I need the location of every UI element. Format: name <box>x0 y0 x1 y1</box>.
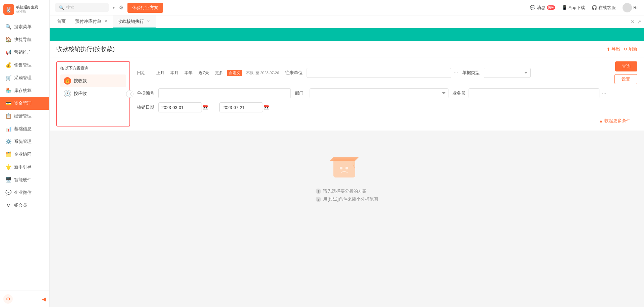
svg-point-4 <box>352 161 355 165</box>
search-icon: 🔍 <box>59 5 64 10</box>
doc-type-label: 单据类型 <box>462 70 481 76</box>
message-btn[interactable]: 💬 消息 99+ <box>530 5 555 11</box>
refresh-label: 刷新 <box>629 46 637 52</box>
export-label: 导出 <box>611 46 620 52</box>
filter-option-by-receipt[interactable]: 💰 按收款 <box>60 74 126 87</box>
filter-option-by-receivable[interactable]: 🕐 按应收 <box>60 87 126 100</box>
collapse-more-btn[interactable]: ▲ 收起更多条件 <box>137 116 637 126</box>
doc-number-group: 单据编号 <box>137 88 291 98</box>
quick-nav-icon: 🏠 <box>5 37 11 43</box>
marketing-icon: 📢 <box>5 49 11 55</box>
sidebar-item-member[interactable]: V 畅会员 <box>0 199 49 212</box>
sidebar-collapse-btn[interactable]: ◀ <box>42 296 46 302</box>
hint-1-num: 1 <box>316 189 321 194</box>
verify-date-start-calendar[interactable]: 📅 <box>203 105 208 110</box>
page-title: 收款核销执行(按收款) <box>56 45 115 57</box>
search-placeholder: 搜索 <box>66 5 74 10</box>
sidebar-settings-btn[interactable]: ⚙ <box>3 294 13 304</box>
svg-rect-0 <box>333 159 355 177</box>
salesperson-dotdot[interactable]: ··· <box>602 90 606 96</box>
verify-date-start[interactable] <box>158 102 202 112</box>
date-to: 至 2023-07-26 <box>256 70 279 75</box>
tab-home[interactable]: 首页 <box>52 15 70 28</box>
app-download-btn[interactable]: 📱 App下载 <box>562 5 585 11</box>
tab-prepay-close[interactable]: ✕ <box>103 19 108 24</box>
sidebar-item-inventory[interactable]: 🏪 库存核算 <box>0 84 49 97</box>
hint-1-text: 请先选择要分析的方案 <box>323 188 367 194</box>
sidebar-item-label: 搜索菜单 <box>14 24 32 30</box>
date-field-group: 日期 上月 本月 本年 近7天 更多 自定义 不限 至 2023-07-26 <box>137 69 281 76</box>
department-group: 部门 <box>295 88 449 98</box>
doc-type-select[interactable] <box>484 68 531 78</box>
date-options: 上月 本月 本年 近7天 更多 自定义 不限 至 2023-07-26 <box>154 69 279 76</box>
topbar-gear-icon[interactable]: ⚙ <box>119 4 123 11</box>
date-opt-more[interactable]: 更多 <box>213 69 225 76</box>
tab-close-all-btn[interactable]: ✕ <box>631 19 635 24</box>
sidebar-item-basic-info[interactable]: 📊 基础信息 <box>0 122 49 135</box>
online-service-btn[interactable]: 🎧 在线客服 <box>592 5 616 11</box>
sidebar-item-label: 经营管理 <box>14 113 32 119</box>
user-profile-btn[interactable]: Rit <box>623 3 639 12</box>
wechat-icon: 💬 <box>5 190 11 196</box>
sidebar-footer: ⚙ ◀ <box>0 291 49 307</box>
salesperson-group: 业务员 ··· <box>452 88 606 98</box>
sidebar-item-smart-hw[interactable]: 🖥️ 智能硬件 <box>0 173 49 186</box>
empty-hint-1: 1 请先选择要分析的方案 <box>316 188 367 194</box>
settings-btn[interactable]: 设置 <box>614 74 637 84</box>
sidebar-item-operations[interactable]: 📋 经营管理 <box>0 110 49 122</box>
filter-row-3: 核销日期 📅 — 📅 <box>137 102 637 112</box>
date-opt-this-month[interactable]: 本月 <box>168 69 180 76</box>
online-service-label: 在线客服 <box>598 5 616 11</box>
filter-fields: 日期 上月 本月 本年 近7天 更多 自定义 不限 至 2023-07-26 <box>137 61 637 126</box>
filter-actions: 查询 设置 <box>610 61 637 84</box>
date-opt-custom[interactable]: 自定义 <box>227 70 242 76</box>
app-download-label: App下载 <box>569 5 585 11</box>
tab-receivable-label: 收款核销执行 <box>118 18 144 24</box>
verify-date-end-calendar[interactable]: 📅 <box>264 105 269 110</box>
counterparty-dotdot[interactable]: ··· <box>454 70 458 76</box>
topbar-search-box[interactable]: 🔍 搜索 <box>55 3 109 12</box>
department-select[interactable] <box>310 88 449 98</box>
filter-sidebar-title: 按以下方案查询 <box>60 65 126 71</box>
app-logo: 🐰 畅捷通好生意 标准版 <box>0 0 49 19</box>
date-opt-last-7[interactable]: 近7天 <box>197 69 211 76</box>
tab-prepay[interactable]: 预付冲应付单 ✕ <box>70 15 113 28</box>
doc-number-input[interactable] <box>158 88 291 98</box>
sidebar-item-purchase[interactable]: 🛒 采购管理 <box>0 71 49 84</box>
filter-panel: 按以下方案查询 💰 按收款 🕐 按应收 《 <box>50 57 644 131</box>
purchase-icon: 🛒 <box>5 75 11 81</box>
filter-body: 按以下方案查询 💰 按收款 🕐 按应收 《 <box>50 57 644 131</box>
doc-type-group: 单据类型 <box>462 68 606 78</box>
verify-date-input-group: 📅 — 📅 <box>158 102 269 112</box>
by-receipt-label: 按收款 <box>74 78 87 84</box>
tab-receivable[interactable]: 收款核销执行 ✕ <box>113 15 156 28</box>
sidebar-item-sales[interactable]: 💰 销售管理 <box>0 59 49 71</box>
sidebar-item-marketing[interactable]: 📢 营销推广 <box>0 46 49 59</box>
industry-btn[interactable]: 休验行业方案 <box>127 3 163 13</box>
logo-name: 畅捷通好生意 <box>16 5 38 9</box>
salesperson-input[interactable] <box>469 88 599 98</box>
verify-date-end[interactable] <box>219 102 263 112</box>
sidebar-item-capital[interactable]: 💳 资金管理 <box>0 97 49 110</box>
sidebar-item-beginner[interactable]: 🌟 新手引导 <box>0 161 49 173</box>
date-opt-this-year[interactable]: 本年 <box>182 69 195 76</box>
svg-point-3 <box>345 167 348 169</box>
sidebar-item-enterprise[interactable]: 🗂️ 企业协同 <box>0 148 49 161</box>
scheme-collapse-btn[interactable]: 《 <box>126 90 133 98</box>
sidebar-item-quick-nav[interactable]: 🏠 快捷导航 <box>0 33 49 46</box>
refresh-btn[interactable]: ↻ 刷新 <box>624 46 637 52</box>
by-receivable-label: 按应收 <box>74 91 87 97</box>
sidebar-item-wechat[interactable]: 💬 企业微信 <box>0 186 49 199</box>
date-opt-last-month[interactable]: 上月 <box>154 69 166 76</box>
tab-receivable-close[interactable]: ✕ <box>146 19 151 24</box>
department-label: 部门 <box>295 90 307 96</box>
sidebar-item-search-menu[interactable]: 🔍 搜索菜单 <box>0 20 49 33</box>
tab-expand-btn[interactable]: ⤢ <box>637 19 641 24</box>
counterparty-input[interactable] <box>307 68 451 78</box>
query-btn[interactable]: 查询 <box>615 61 637 71</box>
topbar-chevron-icon[interactable]: ▾ <box>113 5 115 10</box>
sidebar-item-system[interactable]: ⚙️ 系统管理 <box>0 135 49 148</box>
counterparty-group: 往来单位 ··· <box>285 68 458 78</box>
export-btn[interactable]: ⬆ 导出 <box>606 46 620 52</box>
date-label: 日期 <box>137 70 152 76</box>
